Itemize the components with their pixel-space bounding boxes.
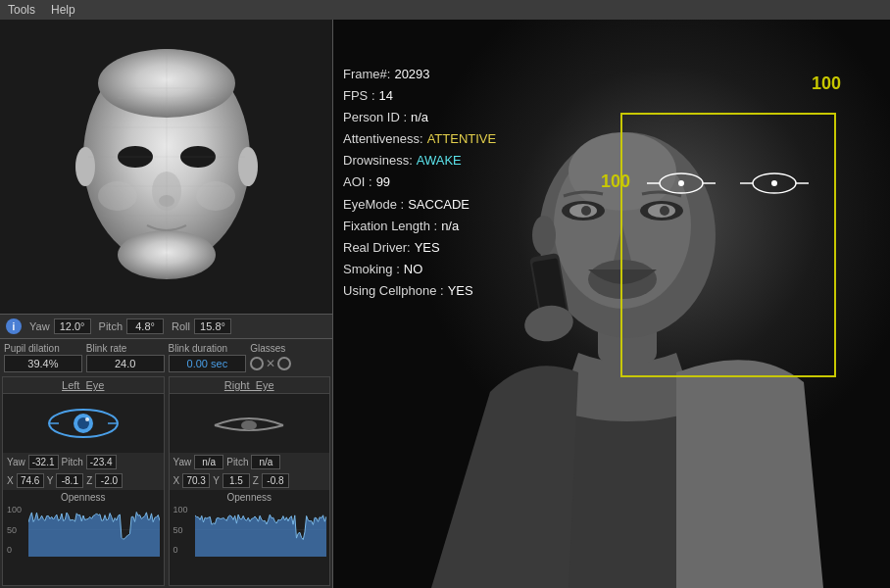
- pitch-group: Pitch 4.8°: [99, 318, 164, 334]
- left-pitch-value: -23.4: [86, 455, 117, 469]
- drowsiness-line: Drowsiness: AWAKE: [343, 150, 496, 172]
- glasses-circle-1: [250, 357, 264, 370]
- eyemode-value: SACCADE: [408, 194, 470, 216]
- left-y-value: -8.1: [56, 473, 83, 488]
- glasses-label: Glasses: [250, 343, 328, 354]
- left-z-value: -2.0: [95, 473, 123, 488]
- blink-rate-value: 24.0: [86, 355, 165, 372]
- blink-duration-metric: Blink duration 0.00 sec: [169, 343, 247, 372]
- info-icon: i: [6, 318, 22, 334]
- left-eye-svg: [44, 404, 123, 443]
- left-z-label: Z: [86, 475, 92, 486]
- frame-label: Frame#:: [343, 64, 390, 85]
- person-value: n/a: [411, 107, 428, 128]
- left-eye-panel: Left_Eye Yaw -32.1 Pitch -23.4 X: [2, 376, 165, 586]
- person-line: Person ID : n/a: [343, 107, 496, 128]
- cellphone-line: Using Cellphone : YES: [343, 280, 496, 302]
- right-eye-chart-container: Openness 100 50 0: [170, 490, 330, 585]
- left-x-label: X: [7, 475, 14, 486]
- fps-label: FPS :: [343, 85, 375, 107]
- fixation-value: n/a: [441, 216, 459, 237]
- glasses-icons: ✕: [250, 357, 328, 370]
- eyes-row: Left_Eye Yaw -32.1 Pitch -23.4 X: [0, 374, 332, 588]
- pupil-dilation-metric: Pupil dilation 39.4%: [4, 343, 82, 372]
- yaw-value: 12.0°: [54, 318, 91, 334]
- realdriver-label: Real Driver:: [343, 237, 411, 259]
- right-y-value: 1.5: [222, 473, 250, 488]
- left-eye-xyz-row: X 74.6 Y -8.1 Z -2.0: [3, 471, 164, 490]
- right-y-0: 0: [173, 545, 195, 555]
- aoi-label: AOI :: [343, 172, 372, 193]
- right-yaw-value: n/a: [194, 455, 223, 469]
- right-x-label: X: [173, 475, 180, 486]
- left-y-50: 50: [7, 525, 28, 535]
- overlay-info: Frame#: 20293 FPS : 14 Person ID : n/a A…: [343, 64, 496, 302]
- roll-value: 15.8°: [194, 318, 231, 334]
- svg-point-10: [238, 147, 258, 186]
- left-yaw-value: -32.1: [28, 455, 59, 469]
- right-eye-panel: Right_Eye Yaw n/a Pitch n/a X 70.3 Y 1.5: [169, 376, 331, 586]
- attentiveness-line: Attentiveness: ATTENTIVE: [343, 128, 496, 150]
- blink-rate-metric: Blink rate 24.0: [86, 343, 165, 372]
- aoi-line: AOI : 99: [343, 172, 496, 193]
- svg-point-21: [85, 417, 89, 421]
- left-eye-visual: [3, 394, 164, 453]
- eyemode-label: EyeMode :: [343, 194, 404, 216]
- metrics-row: Pupil dilation 39.4% Blink rate 24.0 Bli…: [0, 339, 332, 374]
- camera-panel: 100 100 Frame#: 20293 FPS : 14 Person ID…: [333, 20, 890, 588]
- right-z-value: -0.8: [262, 473, 289, 488]
- face-mask-area: [0, 20, 332, 314]
- smoking-value: NO: [404, 259, 423, 280]
- right-eye-title: Right_Eye: [170, 377, 330, 394]
- menu-tools[interactable]: Tools: [8, 3, 35, 17]
- pitch-label: Pitch: [99, 320, 123, 332]
- svg-point-49: [771, 180, 777, 186]
- roll-group: Roll 15.8°: [172, 318, 231, 334]
- pitch-value: 4.8°: [126, 318, 164, 334]
- yaw-label: Yaw: [29, 320, 50, 332]
- svg-point-12: [196, 181, 235, 211]
- roll-label: Roll: [172, 320, 190, 332]
- left-yaw-label: Yaw: [7, 457, 25, 467]
- eyemode-line: EyeMode : SACCADE: [343, 194, 496, 216]
- cellphone-value: YES: [448, 280, 473, 302]
- svg-point-38: [532, 216, 556, 255]
- left-y-100: 100: [7, 505, 28, 514]
- fps-value: 14: [379, 85, 393, 107]
- yaw-group: Yaw 12.0°: [29, 318, 91, 334]
- right-z-label: Z: [253, 475, 259, 486]
- smoking-label: Smoking :: [343, 259, 400, 280]
- right-y-50: 50: [173, 525, 195, 535]
- pose-bar: i Yaw 12.0° Pitch 4.8° Roll 15.8°: [0, 314, 332, 339]
- right-eye-visual: [170, 394, 330, 453]
- face-detection-box: [620, 113, 836, 377]
- fps-line: FPS : 14: [343, 85, 496, 107]
- realdriver-line: Real Driver: YES: [343, 237, 496, 259]
- smoking-line: Smoking : NO: [343, 259, 496, 280]
- right-y-100: 100: [173, 505, 195, 514]
- menu-help[interactable]: Help: [51, 3, 75, 17]
- left-y-0: 0: [7, 545, 28, 555]
- left-eye-chart-container: Openness 100 50 0: [3, 490, 164, 585]
- left-eye-chart-canvas: [28, 503, 160, 557]
- right-x-value: 70.3: [182, 473, 210, 488]
- blink-duration-value: 0.00 sec: [169, 355, 247, 372]
- aoi-value: 99: [376, 172, 390, 193]
- svg-point-45: [678, 180, 684, 186]
- left-chart-y-labels: 100 50 0: [7, 503, 28, 557]
- left-pitch-label: Pitch: [62, 457, 83, 467]
- right-openness-title: Openness: [173, 492, 326, 503]
- svg-point-35: [581, 206, 591, 216]
- right-chart-y-labels: 100 50 0: [173, 503, 195, 557]
- right-eye-xyz-row: X 70.3 Y 1.5 Z -0.8: [170, 471, 330, 490]
- right-eye-chart-canvas: [195, 503, 326, 557]
- right-eye-chart-area: 100 50 0: [173, 503, 326, 557]
- drowsiness-label: Drowsiness:: [343, 150, 413, 172]
- right-yaw-label: Yaw: [173, 457, 192, 467]
- right-pitch-label: Pitch: [226, 457, 248, 467]
- svg-point-11: [98, 181, 137, 211]
- drowsiness-value: AWAKE: [417, 150, 462, 172]
- fixation-line: Fixation Length : n/a: [343, 216, 496, 237]
- left-eye-chart-area: 100 50 0: [7, 503, 160, 557]
- cellphone-label: Using Cellphone :: [343, 280, 444, 302]
